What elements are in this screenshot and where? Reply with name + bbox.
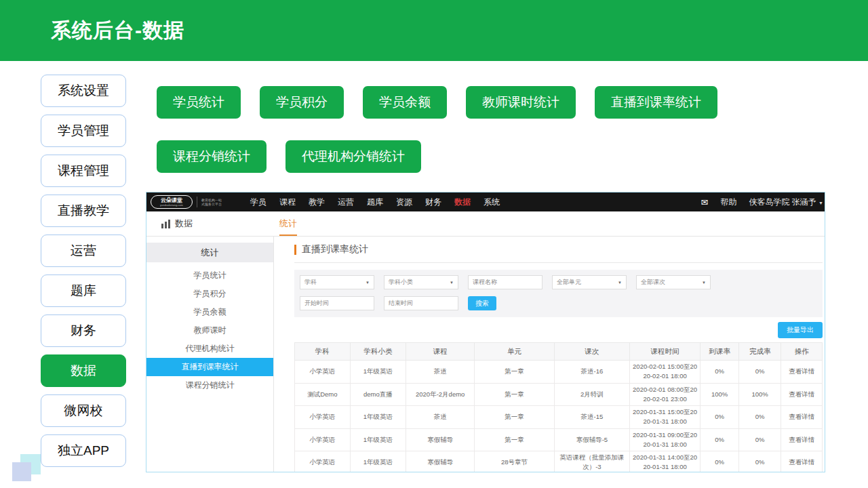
help-link[interactable]: 帮助	[720, 197, 736, 208]
quick-button-agency-distribution[interactable]: 代理机构分销统计	[285, 140, 421, 173]
quick-button-student-balance[interactable]: 学员余额	[363, 86, 447, 119]
menu-item-student-stats[interactable]: 学员统计	[146, 266, 273, 285]
col-course: 课程	[406, 343, 475, 361]
admin-side-menu: 统计 学员统计 学员积分 学员余额 教师课时 代理机构统计 直播到课率统计 课程…	[146, 237, 274, 472]
sidebar-item-student-mgmt[interactable]: 学员管理	[41, 115, 126, 147]
col-time: 课程时间	[629, 343, 700, 361]
breadcrumb-label: 数据	[175, 218, 193, 230]
lesson-select[interactable]: 全部课次 ▼	[636, 275, 711, 289]
col-attendance-rate: 到课率	[701, 343, 739, 361]
end-time-input[interactable]: 结束时间	[384, 296, 458, 310]
menu-item-student-points[interactable]: 学员积分	[146, 285, 273, 303]
main-sidebar: 系统设置 学员管理 课程管理 直播教学 运营 题库 财务 数据 微网校 独立AP…	[41, 75, 126, 467]
subject-select[interactable]: 学科 ▼	[300, 275, 374, 289]
col-completion-rate: 完成率	[739, 343, 781, 361]
view-details-link[interactable]: 查看详情	[781, 361, 823, 384]
logo-tagline-2: 式服务云平台	[201, 202, 222, 206]
chevron-down-icon: ▼	[702, 281, 706, 285]
unit-select[interactable]: 全部单元 ▼	[552, 275, 627, 289]
sidebar-item-question-bank[interactable]: 题库	[41, 274, 126, 307]
admin-navbar: 云朵课堂 yunduoketang.com 教育机构一站 式服务云平台 学员 课…	[146, 192, 825, 211]
page-title: 系统后台-数据	[51, 17, 184, 45]
course-name-input[interactable]: 课程名称	[468, 275, 542, 289]
sidebar-item-finance[interactable]: 财务	[41, 314, 126, 347]
sidebar-item-live-teaching[interactable]: 直播教学	[41, 195, 126, 227]
sidebar-item-standalone-app[interactable]: 独立APP	[41, 434, 126, 467]
mail-icon[interactable]: ✉	[701, 197, 708, 207]
breadcrumb: 数据	[161, 218, 193, 230]
quick-button-student-points[interactable]: 学员积分	[260, 86, 344, 119]
decor-square-lavender	[12, 462, 31, 481]
start-time-input[interactable]: 开始时间	[300, 296, 374, 310]
admin-body: 统计 学员统计 学员积分 学员余额 教师课时 代理机构统计 直播到课率统计 课程…	[146, 237, 825, 472]
nav-item-teaching[interactable]: 教学	[309, 197, 325, 208]
sidebar-item-course-mgmt[interactable]: 课程管理	[41, 155, 126, 187]
nav-item-operations[interactable]: 运营	[338, 197, 354, 208]
menu-item-live-attendance-active[interactable]: 直播到课率统计	[146, 358, 273, 376]
subject-select-value: 学科	[304, 278, 317, 287]
col-lesson: 课次	[554, 343, 629, 361]
logo: 云朵课堂 yunduoketang.com 教育机构一站 式服务云平台	[151, 195, 222, 209]
account-name: 侠客岛学院 张涵予	[749, 197, 816, 207]
nav-item-finance[interactable]: 财务	[425, 197, 441, 208]
chevron-down-icon: ▼	[618, 281, 622, 285]
sidebar-item-micro-school[interactable]: 微网校	[41, 394, 126, 427]
nav-item-question-bank[interactable]: 题库	[367, 197, 383, 208]
view-details-link[interactable]: 查看详情	[781, 383, 823, 406]
tab-statistics[interactable]: 统计	[279, 218, 297, 236]
quick-buttons: 学员统计 学员积分 学员余额 教师课时统计 直播到课率统计 课程分销统计 代理机…	[157, 86, 717, 195]
menu-item-teacher-hours[interactable]: 教师课时	[146, 321, 273, 340]
admin-nav-items: 学员 课程 教学 运营 题库 资源 财务 数据 系统	[250, 197, 500, 208]
content-title-row: 直播到课率统计	[294, 243, 823, 263]
menu-item-student-balance[interactable]: 学员余额	[146, 303, 273, 321]
batch-export-button[interactable]: 批量导出	[778, 322, 823, 338]
view-details-link[interactable]: 查看详情	[781, 428, 823, 451]
page: 系统后台-数据 系统设置 学员管理 课程管理 直播教学 运营 题库 财务 数据 …	[0, 0, 868, 488]
col-subject: 学科	[295, 343, 351, 361]
table-row: 小学英语 1年级英语 寒假辅导 28号章节 英语课程（批量添加课次）-3 202…	[295, 451, 823, 473]
subject-sub-select[interactable]: 学科小类 ▼	[384, 275, 458, 289]
view-details-link[interactable]: 查看详情	[781, 451, 823, 473]
admin-content: 直播到课率统计 学科 ▼ 学科小类 ▼ 课程名称	[274, 237, 825, 472]
col-subject-sub: 学科小类	[350, 343, 406, 361]
menu-item-agency-stats[interactable]: 代理机构统计	[146, 340, 273, 358]
col-actions: 操作	[781, 343, 823, 361]
account-menu[interactable]: 侠客岛学院 张涵予 ▼	[749, 197, 823, 208]
search-button[interactable]: 搜索	[468, 296, 496, 310]
sidebar-item-data[interactable]: 数据	[41, 354, 126, 387]
logo-text: 云朵课堂	[161, 198, 182, 203]
table-row: 小学英语 1年级英语 茶道 第一章 茶道-15 2020-01-31 15:00…	[295, 406, 823, 429]
chevron-down-icon: ▼	[366, 281, 370, 285]
nav-item-system[interactable]: 系统	[484, 197, 500, 208]
logo-subtext: yunduoketang.com	[160, 203, 183, 207]
chevron-down-icon: ▼	[818, 201, 823, 205]
table-row: 测试Demo demo直播 2020年-2月demo 第一章 2月特训 2020…	[295, 383, 823, 406]
nav-item-data-active[interactable]: 数据	[454, 197, 471, 208]
quick-button-student-stats[interactable]: 学员统计	[157, 86, 241, 119]
admin-screenshot: 云朵课堂 yunduoketang.com 教育机构一站 式服务云平台 学员 课…	[146, 192, 825, 472]
nav-item-students[interactable]: 学员	[250, 197, 267, 208]
lesson-select-value: 全部课次	[641, 278, 665, 287]
admin-nav-right: ✉ 帮助 侠客岛学院 张涵予 ▼	[701, 197, 823, 208]
sidebar-item-operations[interactable]: 运营	[41, 235, 126, 267]
page-banner: 系统后台-数据	[0, 0, 868, 61]
menu-item-course-distribution[interactable]: 课程分销统计	[146, 376, 273, 394]
subject-sub-select-value: 学科小类	[389, 278, 413, 287]
cloud-logo-icon: 云朵课堂 yunduoketang.com	[151, 195, 193, 209]
quick-button-teacher-hours[interactable]: 教师课时统计	[466, 86, 576, 119]
title-accent-bar	[294, 245, 296, 255]
nav-item-courses[interactable]: 课程	[279, 197, 296, 208]
table-header-row: 学科 学科小类 课程 单元 课次 课程时间 到课率 完成率 操作	[295, 343, 823, 361]
chevron-down-icon: ▼	[450, 281, 454, 285]
quick-button-course-distribution[interactable]: 课程分销统计	[157, 140, 267, 173]
unit-select-value: 全部单元	[557, 278, 581, 287]
table-row: 小学英语 1年级英语 寒假辅导 第一章 寒假辅导-5 2020-01-31 09…	[295, 428, 823, 451]
quick-button-live-attendance[interactable]: 直播到课率统计	[595, 86, 717, 119]
nav-item-resources[interactable]: 资源	[396, 197, 412, 208]
menu-header: 统计	[146, 243, 273, 262]
view-details-link[interactable]: 查看详情	[781, 406, 823, 429]
content-title: 直播到课率统计	[302, 243, 368, 256]
col-unit: 单元	[475, 343, 554, 361]
filter-panel: 学科 ▼ 学科小类 ▼ 课程名称 全部单元 ▼ 全部	[294, 270, 823, 317]
sidebar-item-system-settings[interactable]: 系统设置	[41, 75, 126, 107]
